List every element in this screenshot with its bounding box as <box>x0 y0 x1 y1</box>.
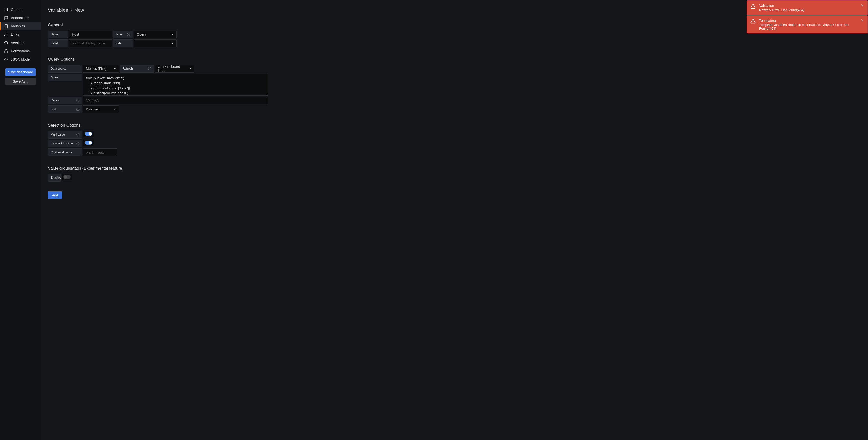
sort-select[interactable]: Disabled <box>83 105 119 113</box>
main-content: Variables › New General Name Type Query … <box>41 0 868 440</box>
sidebar-item-json-model[interactable]: JSON Model <box>0 55 41 64</box>
sidebar-item-variables[interactable]: Variables <box>0 22 41 30</box>
chevron-down-icon <box>172 41 174 45</box>
section-title: Value groups/tags (Experimental feature) <box>48 166 861 171</box>
info-icon[interactable] <box>76 107 80 111</box>
sidebar-item-label: Links <box>11 33 19 36</box>
sidebar-item-permissions[interactable]: Permissions <box>0 47 41 55</box>
sidebar-buttons: Save dashboard Save As... <box>0 65 41 89</box>
custom-all-label: Custom all value <box>48 148 82 156</box>
query-label: Query <box>48 74 82 81</box>
sort-label: Sort <box>48 105 82 113</box>
settings-sidebar: General Annotations Variables Links Vers… <box>0 0 41 440</box>
page-title: Variables › New <box>48 7 861 13</box>
alert-stack: Validation Network Error: Not Found(404)… <box>747 0 868 33</box>
chevron-down-icon <box>114 107 116 111</box>
type-select[interactable]: Query <box>134 31 177 38</box>
regex-input[interactable] <box>83 97 268 104</box>
sidebar-item-label: General <box>11 8 23 11</box>
include-all-toggle[interactable] <box>83 140 94 146</box>
enabled-label: Enabled <box>48 174 61 182</box>
name-input[interactable] <box>69 31 112 38</box>
sidebar-item-label: Annotations <box>11 16 29 20</box>
section-selection-options: Selection Options Multi-value Include Al… <box>48 123 861 156</box>
label-input[interactable] <box>69 39 112 47</box>
sidebar-item-annotations[interactable]: Annotations <box>0 14 41 22</box>
multi-value-toggle[interactable] <box>83 131 94 137</box>
custom-all-input[interactable] <box>83 148 118 156</box>
alert-message: Template variables could not be initiali… <box>759 23 857 30</box>
section-general: General Name Type Query Label Hide <box>48 23 861 47</box>
section-value-groups: Value groups/tags (Experimental feature)… <box>48 166 861 182</box>
warning-icon <box>750 19 756 24</box>
history-icon <box>4 41 8 45</box>
type-label: Type <box>113 31 133 38</box>
alert-message: Network Error: Not Found(404) <box>759 8 857 12</box>
label-label: Label <box>48 39 68 47</box>
data-source-select[interactable]: Metrics (Flux) <box>83 65 119 73</box>
regex-label: Regex <box>48 97 82 104</box>
chevron-down-icon <box>114 67 116 71</box>
refresh-select[interactable]: On Dashboard Load <box>155 65 194 73</box>
name-label: Name <box>48 31 68 38</box>
refresh-label: Refresh <box>120 65 154 73</box>
add-button[interactable]: Add <box>48 192 62 199</box>
info-icon[interactable] <box>76 133 80 136</box>
calculator-icon <box>4 24 8 28</box>
enabled-toggle[interactable] <box>62 174 72 180</box>
info-icon[interactable] <box>148 67 151 70</box>
chevron-down-icon <box>189 67 191 71</box>
alert-title: Validation <box>759 4 857 8</box>
sliders-icon <box>4 8 8 11</box>
sidebar-item-versions[interactable]: Versions <box>0 39 41 47</box>
alert-validation: Validation Network Error: Not Found(404) <box>747 0 868 15</box>
include-all-label: Include All option <box>48 140 82 147</box>
info-icon[interactable] <box>76 142 80 145</box>
warning-icon <box>750 4 756 9</box>
close-icon[interactable] <box>860 4 864 7</box>
code-icon <box>4 58 8 61</box>
breadcrumb-parent[interactable]: Variables <box>48 7 68 13</box>
sidebar-item-label: JSON Model <box>11 58 30 61</box>
info-icon[interactable] <box>127 33 130 36</box>
section-title: Query Options <box>48 57 861 62</box>
close-icon[interactable] <box>860 19 864 22</box>
chevron-down-icon <box>172 33 174 36</box>
section-query-options: Query Options Data source Metrics (Flux)… <box>48 57 861 113</box>
save-as-button[interactable]: Save As... <box>5 78 36 85</box>
comment-icon <box>4 16 8 20</box>
info-icon[interactable] <box>76 99 80 102</box>
hide-label: Hide <box>113 39 133 47</box>
sidebar-item-label: Variables <box>11 24 25 28</box>
alert-templating: Templating Template variables could not … <box>747 15 868 33</box>
sidebar-item-general[interactable]: General <box>0 5 41 14</box>
sidebar-item-links[interactable]: Links <box>0 30 41 39</box>
sidebar-item-label: Permissions <box>11 49 30 53</box>
lock-icon <box>4 49 8 53</box>
alert-title: Templating <box>759 19 857 23</box>
data-source-label: Data source <box>48 65 82 73</box>
save-dashboard-button[interactable]: Save dashboard <box>5 68 36 76</box>
hide-select[interactable] <box>134 39 177 47</box>
query-textarea[interactable]: from(bucket: "mybucket") |> range(start:… <box>83 74 268 96</box>
breadcrumb-separator: › <box>70 7 72 13</box>
section-title: General <box>48 23 861 28</box>
sidebar-item-label: Versions <box>11 41 24 45</box>
breadcrumb-current: New <box>74 7 84 13</box>
svg-rect-17 <box>5 51 8 53</box>
link-icon <box>4 33 8 36</box>
multi-value-label: Multi-value <box>48 131 82 139</box>
section-title: Selection Options <box>48 123 861 128</box>
